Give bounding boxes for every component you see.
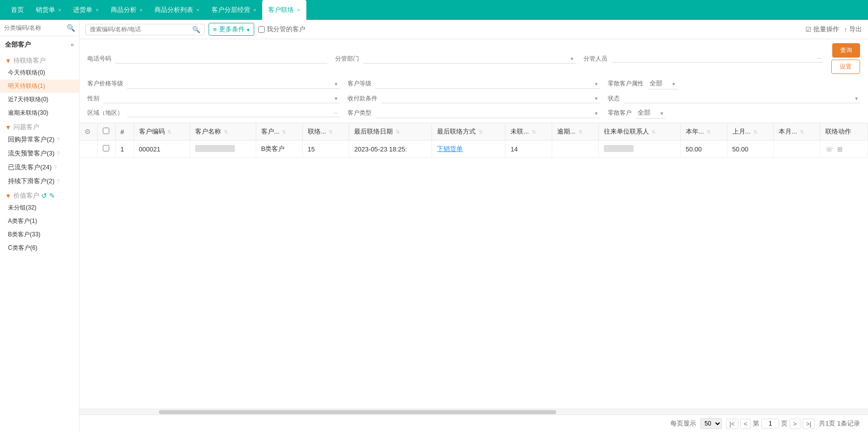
th-overdue[interactable]: 逾期... ⇅ [552, 123, 599, 141]
nav-product-list[interactable]: 商品分析列表 × [148, 0, 205, 20]
page-number-input[interactable] [761, 419, 779, 429]
th-last-contact-date[interactable]: 最后联络日期 ⇅ [349, 123, 432, 141]
sidebar-item-churn-warning[interactable]: 流失预警客户(3) ? [0, 146, 79, 160]
nav-customer-contact[interactable]: 客户联络 × [262, 0, 306, 20]
th-no: # [115, 123, 134, 141]
sidebar-item-ungrouped[interactable]: 未分组(32) [0, 201, 79, 215]
sort-last-month-icon: ⇅ [753, 129, 757, 135]
my-customers-checkbox[interactable] [258, 26, 265, 33]
sidebar-item-today[interactable]: 今天待联络(0) [0, 66, 79, 79]
filter-payment-select[interactable] [381, 93, 600, 103]
filter-customer-type: 客户类型 [348, 108, 600, 118]
sidebar-item-class-a[interactable]: A类客户(1) [0, 215, 79, 228]
filter-retail-customer-select[interactable]: 全部 [636, 107, 665, 119]
td-last-contact-method[interactable]: 下销货单 [432, 141, 506, 158]
nav-product-analysis-close[interactable]: × [140, 7, 143, 13]
filter-row-1: 电话号码 分管部门 分管人员 ··· 查询 设置 [87, 43, 860, 74]
sidebar-item-repurchase[interactable]: 回购异常客户(2) ? [0, 133, 79, 146]
th-prev-contact[interactable]: 往来单位联系人 ⇅ [598, 123, 680, 141]
customer-table: ⚙ # 客户编码 ⇅ 客户名称 ⇅ [79, 123, 868, 158]
value-group-refresh[interactable]: ↺ [41, 192, 47, 200]
filter-grade-select[interactable] [127, 79, 340, 89]
filter-person-select[interactable]: ··· [611, 55, 823, 63]
my-customers-checkbox-label[interactable]: 我分管的客户 [258, 25, 305, 34]
toolbar-search-container: 🔍 [85, 24, 205, 35]
nav-product-analysis[interactable]: 商品分析 × [105, 0, 148, 20]
sidebar-search-icon[interactable]: 🔍 [67, 24, 75, 32]
th-this-year[interactable]: 本年... ⇅ [680, 123, 727, 141]
select-all-checkbox[interactable] [103, 128, 109, 134]
td-overdue [552, 141, 599, 158]
th-contacts[interactable]: 联络... ⇅ [302, 123, 349, 141]
td-settings [79, 141, 97, 158]
value-group-edit[interactable]: ✎ [49, 192, 55, 200]
filter-status-select[interactable] [624, 93, 860, 103]
td-last-contact-date: 2023-05-23 18:25: [349, 141, 432, 158]
table-settings-icon[interactable]: ⚙ [84, 128, 91, 136]
sort-this-month-icon: ⇅ [800, 129, 804, 135]
toolbar-search-input[interactable] [90, 26, 192, 33]
sidebar-search-input[interactable] [4, 24, 67, 31]
next-page-btn[interactable]: > [790, 419, 800, 429]
filter-type-select[interactable] [375, 108, 600, 118]
sort-type-icon: ⇅ [282, 129, 286, 135]
action-grid-icon[interactable]: ⊞ [837, 145, 843, 153]
more-filter-btn[interactable]: ≡ 更多条件 [209, 23, 254, 36]
sidebar-item-class-b[interactable]: B类客户(33) [0, 228, 79, 241]
filter-retail-customer: 零散客户 全部 [608, 107, 860, 119]
sidebar-collapse-icon[interactable]: « [71, 41, 74, 48]
sidebar-item-tomorrow[interactable]: 明天待联络(1) [0, 79, 79, 93]
export-btn[interactable]: ↑ 导出 [844, 25, 863, 34]
sort-prev-icon: ⇅ [651, 129, 655, 135]
action-phone-icon[interactable]: ☏ [825, 145, 833, 153]
first-page-btn[interactable]: |< [726, 419, 738, 429]
nav-purchase-close[interactable]: × [95, 7, 98, 13]
filter-dept: 分管部门 [335, 54, 575, 64]
filter-dept-select[interactable] [363, 54, 575, 64]
th-last-month[interactable]: 上月... ⇅ [727, 123, 774, 141]
th-code[interactable]: 客户编码 ⇅ [134, 123, 190, 141]
toolbar-search-icon[interactable]: 🔍 [192, 26, 200, 33]
td-uncontacted: 14 [506, 141, 552, 158]
th-uncontacted[interactable]: 未联... ⇅ [506, 123, 552, 141]
nav-product-list-close[interactable]: × [196, 7, 199, 13]
filter-region-select[interactable]: ··· [127, 109, 340, 117]
filter-actions: 查询 设置 [831, 43, 860, 74]
nav-sales-close[interactable]: × [58, 7, 61, 13]
reset-btn[interactable]: 设置 [831, 60, 860, 74]
th-settings[interactable]: ⚙ [79, 123, 97, 141]
th-name[interactable]: 客户名称 ⇅ [190, 123, 256, 141]
sidebar-item-7days[interactable]: 近7天待联络(0) [0, 93, 79, 106]
prev-page-btn[interactable]: < [740, 419, 751, 429]
filter-gender-select[interactable] [103, 93, 340, 103]
sidebar-item-overdue[interactable]: 逾期未联络(30) [0, 106, 79, 120]
batch-op-btn[interactable]: ☑ 批量操作 [805, 25, 839, 34]
last-contact-link[interactable]: 下销货单 [437, 145, 463, 152]
person-dots-icon[interactable]: ··· [817, 56, 821, 61]
nav-home[interactable]: 首页 [5, 0, 30, 20]
th-type[interactable]: 客户... ⇅ [256, 123, 302, 141]
nav-sales[interactable]: 销货单 × [30, 0, 67, 20]
query-btn[interactable]: 查询 [832, 43, 860, 58]
nav-customer-contact-close[interactable]: × [297, 7, 300, 13]
nav-customer-segment-close[interactable]: × [253, 7, 256, 13]
sidebar-all-customers[interactable]: 全部客户 « [0, 36, 79, 53]
nav-purchase[interactable]: 进货单 × [67, 0, 104, 20]
per-page-select[interactable]: 50 [700, 418, 722, 429]
td-actions: ☏ ⊞ [820, 141, 868, 158]
status-chevron-icon [855, 94, 858, 102]
region-dots-icon[interactable]: ··· [334, 110, 338, 116]
filter-level-select[interactable] [375, 79, 600, 89]
sidebar-item-churned[interactable]: 已流失客户(24) ? [0, 160, 79, 174]
scrollbar-thumb[interactable] [159, 410, 556, 414]
last-page-btn[interactable]: >| [802, 419, 815, 429]
horizontal-scrollbar[interactable] [79, 409, 868, 415]
sidebar-item-declining[interactable]: 持续下滑客户(2) ? [0, 174, 79, 188]
row-checkbox[interactable] [103, 145, 109, 151]
nav-customer-segment[interactable]: 客户分层经营 × [206, 0, 262, 20]
filter-retail-attr-select[interactable]: 全部 [648, 78, 677, 89]
filter-phone-input[interactable] [115, 54, 327, 64]
th-this-month[interactable]: 本月... ⇅ [774, 123, 820, 141]
th-last-contact-method[interactable]: 最后联络方式 ⇅ [432, 123, 506, 141]
sidebar-item-class-c[interactable]: C类客户(6) [0, 241, 79, 255]
